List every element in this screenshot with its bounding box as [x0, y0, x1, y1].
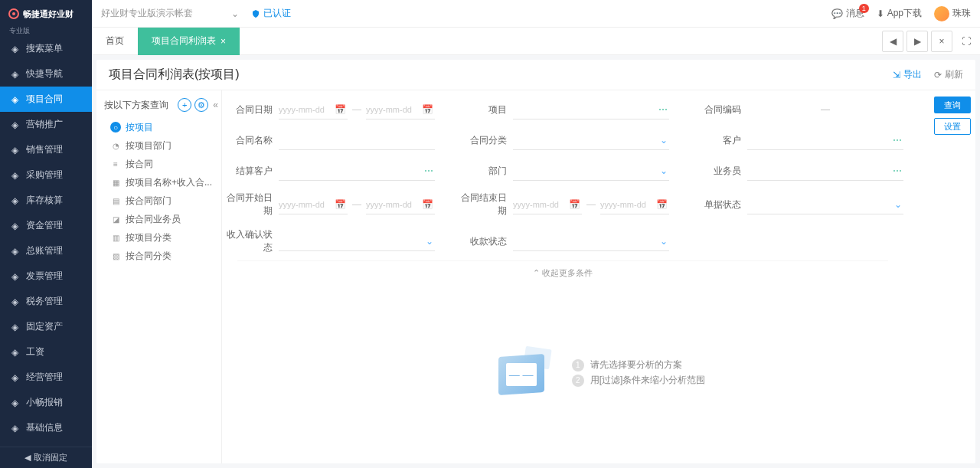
scheme-item-6[interactable]: ▥按项目分类 — [104, 228, 218, 247]
lookup-icon: ⋯ — [893, 165, 902, 176]
tab-home[interactable]: 首页 — [92, 28, 138, 55]
nav-item-0[interactable]: ◈搜索菜单 — [0, 36, 92, 61]
tabs-close-all[interactable]: × — [931, 31, 952, 52]
contract-name-input[interactable] — [279, 130, 435, 150]
start-date-from[interactable]: yyyy-mm-dd📅 — [279, 195, 348, 214]
add-scheme-button[interactable]: + — [178, 98, 191, 112]
unpin-button[interactable]: ◀ 取消固定 — [0, 447, 92, 468]
brand-edition: 专业版 — [0, 26, 92, 36]
export-icon: ⇲ — [893, 70, 900, 80]
nav-item-13[interactable]: ◈经营管理 — [0, 365, 92, 390]
contract-code-input[interactable]: — — [747, 100, 903, 119]
hint-1: 请先选择要分析的方案 — [590, 358, 682, 371]
calendar-icon: 📅 — [422, 199, 433, 210]
salesman-input[interactable]: ⋯ — [747, 161, 903, 181]
contract-class-select[interactable]: ⌄ — [513, 130, 669, 150]
chevron-down-icon: ⌄ — [660, 165, 668, 176]
settings-button[interactable]: 设置 — [934, 118, 971, 135]
nav-item-15[interactable]: ◈基础信息 — [0, 415, 92, 440]
collapse-conditions-button[interactable]: ⌃ 收起更多条件 — [237, 260, 888, 282]
nav-icon: ◈ — [9, 372, 20, 383]
nav-item-12[interactable]: ◈工资 — [0, 339, 92, 365]
nav-item-8[interactable]: ◈总账管理 — [0, 238, 92, 263]
tabs-next[interactable]: ▶ — [906, 31, 928, 52]
nav-icon: ◈ — [9, 119, 20, 130]
scheme-icon: ◔ — [110, 140, 121, 151]
nav-icon: ◈ — [9, 221, 20, 231]
scheme-title: 按以下方案查询 — [104, 99, 168, 112]
nav-item-1[interactable]: ◈快捷导航 — [0, 61, 92, 87]
lookup-icon: ⋯ — [658, 104, 668, 115]
customer-input[interactable]: ⋯ — [747, 130, 903, 150]
nav-item-11[interactable]: ◈固定资产 — [0, 314, 92, 339]
field-contract-name: 合同名称 — [222, 130, 435, 150]
refresh-button[interactable]: ⟳ 刷新 — [934, 68, 963, 81]
project-input[interactable]: ⋯ — [513, 100, 669, 119]
nav-item-5[interactable]: ◈采购管理 — [0, 162, 92, 188]
field-dept: 部门 ⌄ — [456, 161, 669, 181]
page: 项目合同利润表(按项目) ⇲ 导出 ⟳ 刷新 — [92, 55, 980, 468]
sidebar: 畅捷通好业财 专业版 ◈搜索菜单◈快捷导航◈项目合同◈营销推广◈销售管理◈采购管… — [0, 0, 92, 468]
empty-state: — — 1请先选择要分析的方案 2用[过滤]条件来缩小分析范围 — [222, 282, 975, 463]
scheme-icon: ◪ — [110, 214, 121, 224]
user-menu[interactable]: 珠珠 — [934, 6, 971, 21]
contract-date-start[interactable]: yyyy-mm-dd📅 — [279, 100, 348, 119]
nav-item-10[interactable]: ◈税务管理 — [0, 289, 92, 314]
svg-point-1 — [12, 12, 15, 15]
nav-item-2[interactable]: ◈项目合同 — [0, 87, 92, 112]
nav-icon: ◈ — [9, 246, 20, 257]
nav-item-6[interactable]: ◈库存核算 — [0, 188, 92, 213]
nav-item-9[interactable]: ◈发票管理 — [0, 263, 92, 289]
scheme-item-0[interactable]: ○按项目 — [104, 118, 218, 136]
logo-icon — [8, 8, 20, 20]
topbar: 好业财专业版演示帐套 ⌄ 已认证 💬 消息 1 ⬇ App下载 珠珠 — [92, 0, 980, 28]
scheme-item-2[interactable]: ≡按合同 — [104, 155, 218, 173]
scheme-item-4[interactable]: ▤按合同部门 — [104, 191, 218, 210]
end-date-to[interactable]: yyyy-mm-dd📅 — [600, 195, 669, 214]
scheme-item-3[interactable]: ▦按项目名称+收入合... — [104, 173, 218, 191]
dept-select[interactable]: ⌄ — [513, 161, 669, 181]
nav-item-14[interactable]: ◈小畅报销 — [0, 390, 92, 415]
field-salesman: 业务员 ⋯ — [691, 161, 903, 181]
income-status-select[interactable]: ⌄ — [279, 231, 435, 251]
scheme-panel: 按以下方案查询 + ⚙ « ○按项目◔按项目部门≡按合同▦按项目名称+收入合..… — [96, 90, 222, 463]
fullscreen-button[interactable]: ⛶ — [956, 31, 977, 52]
message-icon: 💬 — [831, 8, 843, 19]
field-project: 项目 ⋯ — [456, 100, 669, 119]
close-icon[interactable]: × — [220, 36, 226, 47]
scheme-item-5[interactable]: ◪按合同业务员 — [104, 210, 218, 228]
tab-profit-report[interactable]: 项目合同利润表 × — [138, 28, 240, 55]
collapse-panel-button[interactable]: « — [213, 100, 218, 110]
export-button[interactable]: ⇲ 导出 — [893, 68, 922, 81]
scheme-list: ○按项目◔按项目部门≡按合同▦按项目名称+收入合...▤按合同部门◪按合同业务员… — [104, 118, 218, 265]
bill-status-select[interactable]: ⌄ — [747, 195, 903, 214]
nav: ◈搜索菜单◈快捷导航◈项目合同◈营销推广◈销售管理◈采购管理◈库存核算◈资金管理… — [0, 36, 92, 447]
verified-badge: 已认证 — [251, 7, 291, 20]
calendar-icon: 📅 — [422, 104, 433, 115]
contract-date-end[interactable]: yyyy-mm-dd📅 — [366, 100, 435, 119]
nav-icon: ◈ — [9, 296, 20, 307]
calendar-icon: 📅 — [335, 199, 346, 210]
page-title: 项目合同利润表(按项目) — [109, 67, 240, 83]
messages-button[interactable]: 💬 消息 1 — [831, 7, 864, 20]
hint-2: 用[过滤]条件来缩小分析范围 — [590, 374, 706, 387]
main: 好业财专业版演示帐套 ⌄ 已认证 💬 消息 1 ⬇ App下载 珠珠 — [92, 0, 980, 468]
tabs-prev[interactable]: ◀ — [882, 31, 903, 52]
nav-icon: ◈ — [9, 423, 20, 434]
query-button[interactable]: 查询 — [934, 97, 971, 113]
scheme-icon: ≡ — [110, 159, 121, 169]
end-date-from[interactable]: yyyy-mm-dd📅 — [513, 195, 582, 214]
receipt-status-select[interactable]: ⌄ — [513, 231, 669, 251]
message-badge: 1 — [859, 4, 869, 13]
org-selector[interactable]: 好业财专业版演示帐套 ⌄ — [101, 7, 239, 20]
nav-item-16[interactable]: ◈系统管理 — [0, 440, 92, 447]
start-date-to[interactable]: yyyy-mm-dd📅 — [366, 195, 435, 214]
scheme-item-1[interactable]: ◔按项目部门 — [104, 136, 218, 155]
nav-item-4[interactable]: ◈销售管理 — [0, 137, 92, 162]
download-button[interactable]: ⬇ App下载 — [877, 7, 922, 20]
nav-item-3[interactable]: ◈营销推广 — [0, 112, 92, 137]
scheme-item-7[interactable]: ▧按合同分类 — [104, 247, 218, 265]
scheme-settings-button[interactable]: ⚙ — [194, 98, 208, 112]
nav-item-7[interactable]: ◈资金管理 — [0, 213, 92, 238]
settle-customer-input[interactable]: ⋯ — [279, 161, 435, 181]
